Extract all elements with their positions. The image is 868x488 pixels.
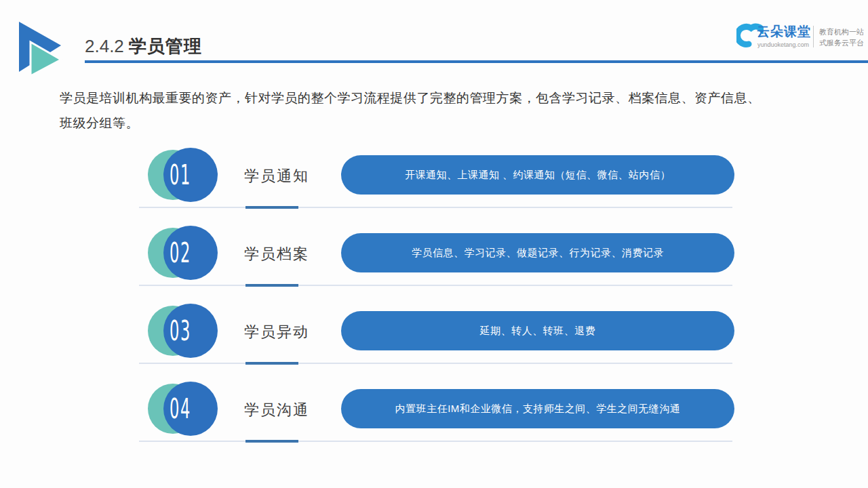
row-divider-accent — [245, 206, 298, 209]
row-detail-pill: 开课通知、上课通知 、约课通知（短信、微信、站内信） — [341, 155, 734, 195]
intro-paragraph: 学员是培训机构最重要的资产，针对学员的整个学习流程提供了完整的管理方案，包含学习… — [60, 85, 826, 136]
intro-line1: 学员是培训机构最重要的资产，针对学员的整个学习流程提供了完整的管理方案，包含学习… — [60, 91, 761, 105]
logo-domain: yunduoketang.com — [757, 41, 810, 48]
row-number-badge: 04 — [139, 369, 227, 447]
feature-list: 01 学员通知 开课通知、上课通知 、约课通知（短信、微信、站内信） 02 学员… — [139, 136, 734, 447]
row-label: 学员沟通 — [244, 400, 332, 420]
logo: 云朵课堂 yunduoketang.com 教育机构一站 式服务云平台 — [735, 18, 868, 53]
slide-student-management: 2.4.2学员管理 云朵课堂 yunduoketang.com 教育机构一站 式… — [0, 0, 868, 488]
row-detail-pill: 延期、转人、转班、退费 — [341, 311, 734, 350]
corner-triangles-icon — [16, 16, 65, 80]
logo-name: 云朵课堂 — [757, 23, 810, 41]
row-divider — [139, 363, 732, 364]
row-label: 学员异动 — [244, 322, 332, 342]
row-number-badge: 03 — [139, 291, 227, 369]
row-detail-pill: 学员信息、学习记录、做题记录、行为记录、消费记录 — [341, 233, 734, 272]
logo-slogan-line1: 教育机构一站 — [819, 26, 864, 37]
row-divider-accent — [245, 440, 298, 443]
feature-row: 04 学员沟通 内置班主任IM和企业微信，支持师生之间、学生之间无缝沟通 — [139, 369, 734, 447]
row-divider — [139, 207, 732, 208]
row-number: 02 — [163, 214, 199, 292]
row-divider — [139, 285, 732, 286]
row-divider-accent — [245, 284, 298, 287]
logo-divider — [813, 26, 814, 47]
row-label: 学员档案 — [244, 244, 332, 264]
row-number-badge: 01 — [139, 136, 227, 214]
row-number: 01 — [163, 136, 199, 214]
row-number: 03 — [163, 291, 199, 370]
title-underline — [85, 60, 868, 63]
row-number: 04 — [163, 369, 199, 448]
row-number-badge: 02 — [139, 214, 227, 291]
intro-line2: 班级分组等。 — [60, 116, 139, 130]
row-detail-pill: 内置班主任IM和企业微信，支持师生之间、学生之间无缝沟通 — [341, 389, 734, 428]
logo-slogan-line2: 式服务云平台 — [819, 37, 864, 48]
feature-row: 01 学员通知 开课通知、上课通知 、约课通知（短信、微信、站内信） — [139, 136, 734, 214]
row-divider-accent — [245, 362, 298, 365]
feature-row: 03 学员异动 延期、转人、转班、退费 — [139, 291, 734, 369]
logo-slogan: 教育机构一站 式服务云平台 — [819, 26, 864, 48]
feature-row: 02 学员档案 学员信息、学习记录、做题记录、行为记录、消费记录 — [139, 214, 734, 291]
page-title-number: 2.4.2 — [85, 36, 124, 56]
row-divider — [139, 441, 732, 442]
page-title: 2.4.2学员管理 — [85, 35, 202, 57]
row-label: 学员通知 — [244, 166, 332, 186]
page-title-text: 学员管理 — [129, 36, 202, 56]
